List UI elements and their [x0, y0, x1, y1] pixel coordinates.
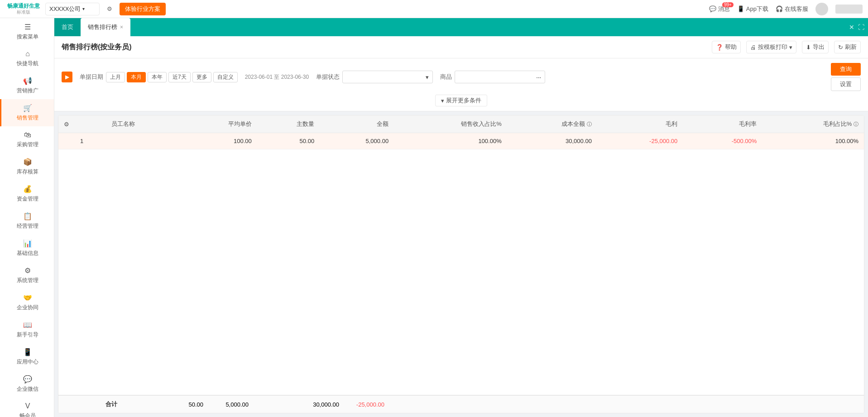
sidebar-item-search-order[interactable]: ☰ 搜索菜单: [0, 18, 54, 45]
app-download-label: App下载: [746, 5, 768, 13]
sidebar-item-member[interactable]: V 畅会员: [0, 398, 54, 417]
cell-sales-pct: 100.00%: [394, 133, 507, 149]
sidebar-label-search: 搜索菜单: [17, 33, 38, 41]
setting-button[interactable]: 设置: [831, 77, 861, 91]
tab-sales-ranking[interactable]: 销售排行榜 ×: [81, 18, 130, 36]
toolbar-actions: ❓ 帮助 🖨 按模板打印 ▾ ⬇ 导出 ↻ 刷新: [712, 41, 861, 53]
message-button[interactable]: 💬 消息 99+: [709, 5, 730, 13]
wechat-icon: 💬: [23, 375, 32, 383]
tab-close-all-icon[interactable]: ✕: [849, 24, 854, 31]
sidebar-item-basic-info[interactable]: 📊 基础信息: [0, 235, 54, 262]
col-rank: [75, 115, 106, 133]
col-settings[interactable]: ⚙: [58, 115, 75, 133]
product-filter: 商品 ···: [440, 71, 545, 83]
tab-home[interactable]: 首页: [54, 18, 81, 36]
print-icon: 🖨: [750, 44, 756, 51]
sidebar-item-app-center[interactable]: 📱 应用中心: [0, 343, 54, 370]
status-select-arrow: ▾: [426, 74, 429, 81]
refresh-button[interactable]: ↻ 刷新: [834, 41, 861, 53]
print-button[interactable]: 🖨 按模板打印 ▾: [746, 41, 796, 53]
expand-more-btn[interactable]: ▾ 展开更多条件: [435, 95, 487, 106]
app-download-button[interactable]: 📱 App下载: [737, 5, 768, 13]
help-button[interactable]: ❓ 帮助: [712, 41, 741, 53]
cell-gross-pct: 100.00%: [762, 133, 864, 149]
col-gross: 毛利: [597, 115, 683, 133]
cost-info-icon[interactable]: ⓘ: [587, 121, 592, 127]
date-filter-buttons: 上月 本月 本年 近7天 更多 自定义: [106, 72, 238, 82]
status-select[interactable]: ▾: [342, 71, 433, 83]
sidebar-item-sales[interactable]: 🛒 销售管理: [0, 99, 54, 126]
expand-label: 展开更多条件: [446, 96, 481, 105]
content-area: 首页 销售排行榜 × ✕ ⛶ 销售排行榜(按业务员) ❓ 帮助: [54, 18, 868, 417]
print-label: 按模板打印: [758, 43, 787, 51]
avatar[interactable]: [815, 3, 828, 15]
collab-icon: 🤝: [23, 293, 32, 302]
date-btn-last-7-days[interactable]: 近7天: [168, 72, 191, 82]
app-center-icon: 📱: [23, 348, 32, 356]
app-download-icon: 📱: [737, 5, 744, 12]
sidebar-label-system: 系统管理: [17, 277, 38, 284]
online-service-button[interactable]: 🎧 在线客服: [776, 5, 808, 13]
top-bar: 畅康通好生意 标准版 XXXXX公司 ▾ ⚙ 体验行业方案 💬 消息 99+ 📱…: [0, 0, 868, 18]
expand-icon: ▾: [441, 97, 444, 104]
tab-maximize-icon[interactable]: ⛶: [858, 24, 864, 31]
company-name: XXXXX公司: [49, 5, 81, 13]
user-name[interactable]: [835, 5, 863, 14]
gross-pct-info-icon[interactable]: ⓘ: [854, 121, 858, 127]
print-dropdown-icon: ▾: [789, 44, 792, 51]
cell-cost-amount: 30,000.00: [507, 133, 597, 149]
logo-main-text: 畅康通好生意: [7, 3, 40, 9]
col-amount: 全额: [320, 115, 394, 133]
product-input-more: ···: [536, 74, 541, 81]
sidebar-item-inventory[interactable]: 📦 库存核算: [0, 153, 54, 180]
export-label: 导出: [813, 43, 825, 51]
cell-main-qty: 50.00: [257, 133, 320, 149]
export-button[interactable]: ⬇ 导出: [802, 41, 829, 53]
sidebar-item-newbie[interactable]: 📖 新手引导: [0, 316, 54, 343]
purchase-icon: 🛍: [24, 131, 31, 139]
date-filter: 单据日期 上月 本月 本年 近7天 更多 自定义: [80, 72, 238, 82]
date-range-display: 2023-06-01 至 2023-06-30: [245, 73, 309, 81]
app-logo: 畅康通好生意 标准版: [5, 1, 42, 17]
sales-icon: 🛒: [23, 104, 32, 112]
member-icon: V: [25, 402, 30, 410]
refresh-icon: ↻: [838, 44, 843, 51]
sidebar-label-marketing: 营销推广: [17, 87, 38, 95]
col-sales-pct: 销售收入占比%: [394, 115, 507, 133]
tab-close-icon[interactable]: ×: [120, 24, 123, 30]
date-btn-more[interactable]: 更多: [192, 72, 211, 82]
sidebar-item-enterprise-wechat[interactable]: 💬 企业微信: [0, 370, 54, 398]
trial-button[interactable]: 体验行业方案: [120, 3, 166, 15]
export-icon: ⬇: [806, 44, 811, 51]
expand-row: ▾ 展开更多条件: [62, 95, 861, 106]
sidebar-item-marketing[interactable]: 📢 营销推广: [0, 72, 54, 99]
date-btn-custom[interactable]: 自定义: [213, 72, 238, 82]
online-service-label: 在线客服: [785, 5, 808, 13]
query-button[interactable]: 查询: [831, 63, 861, 76]
message-badge: 99+: [722, 2, 734, 7]
sidebar-label-wechat: 企业微信: [17, 385, 38, 393]
col-employee: 员工名称: [106, 115, 182, 133]
sidebar-item-finance[interactable]: 💰 资金管理: [0, 180, 54, 207]
search-icon: ☰: [24, 23, 31, 31]
cell-rank: 1: [75, 133, 106, 149]
logo-sub-text: 标准版: [17, 10, 30, 15]
status-filter: 单据状态 ▾: [316, 71, 433, 83]
company-selector[interactable]: XXXXX公司 ▾: [45, 3, 100, 15]
sidebar-item-quick-nav[interactable]: ⌂ 快捷导航: [0, 45, 54, 72]
filter-right-buttons: 查询 设置: [831, 63, 861, 91]
collapse-filter-icon[interactable]: ▶: [62, 72, 72, 82]
date-btn-last-month[interactable]: 上月: [106, 72, 125, 82]
guide-icon: 📖: [23, 321, 32, 329]
system-icon: ⚙: [24, 266, 31, 275]
sidebar-item-purchase[interactable]: 🛍 采购管理: [0, 126, 54, 153]
sidebar-item-system[interactable]: ⚙ 系统管理: [0, 262, 54, 289]
product-input[interactable]: ···: [455, 71, 545, 83]
date-btn-this-year[interactable]: 本年: [148, 72, 167, 82]
product-filter-label: 商品: [440, 73, 452, 81]
sidebar-item-enterprise-collab[interactable]: 🤝 企业协同: [0, 289, 54, 316]
settings-icon[interactable]: ⚙: [103, 3, 116, 15]
date-btn-this-month[interactable]: 本月: [127, 72, 146, 82]
basic-info-icon: 📊: [23, 239, 32, 248]
sidebar-item-operations[interactable]: 📋 经营管理: [0, 207, 54, 235]
